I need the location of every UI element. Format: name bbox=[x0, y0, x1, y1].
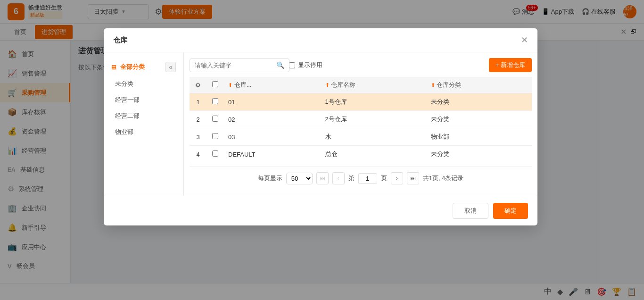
cat-item-ops2[interactable]: 经营二部 bbox=[104, 108, 183, 124]
row-category: 未分类 bbox=[426, 93, 532, 111]
row-index: 1 bbox=[190, 93, 206, 111]
row-code: 01 bbox=[223, 93, 321, 111]
categories-panel: ⊞ 全部分类 « 未分类 经营一部 经营二部 物业部 bbox=[104, 52, 184, 196]
row-checkbox[interactable] bbox=[212, 150, 218, 157]
sort-code-icon: ⬆ bbox=[228, 82, 232, 88]
search-wrapper: 🔍 bbox=[190, 58, 284, 72]
collapse-button[interactable]: « bbox=[165, 62, 176, 72]
row-checkbox[interactable] bbox=[212, 116, 218, 122]
row-code: 03 bbox=[223, 128, 321, 146]
search-input[interactable] bbox=[190, 58, 289, 72]
table-toolbar: 🔍 显示停用 + 新增仓库 bbox=[190, 58, 532, 72]
modal-close-button[interactable]: ✕ bbox=[521, 35, 528, 45]
table-row[interactable]: 2 02 2号仓库 未分类 bbox=[190, 111, 532, 128]
cat-item-uncategorized[interactable]: 未分类 bbox=[104, 76, 183, 92]
warehouse-modal: 仓库 ✕ ⊞ 全部分类 « 未分类 经营一部 经营二部 物业部 bbox=[104, 28, 537, 225]
modal-header: 仓库 ✕ bbox=[104, 28, 537, 52]
page-input[interactable]: 1 bbox=[358, 173, 377, 184]
pagination: 每页显示 10 20 50 100 ⏮ ‹ 第 1 页 › ⏭ 共1页, 4条记… bbox=[190, 166, 532, 190]
row-name: 总仓 bbox=[321, 146, 426, 163]
total-info: 共1页, 4条记录 bbox=[423, 174, 464, 183]
table-gear-icon[interactable]: ⚙ bbox=[195, 82, 201, 89]
row-category: 物业部 bbox=[426, 128, 532, 146]
warehouse-table: ⚙ ⬆ 仓库... ⬆ 仓库名称 bbox=[190, 77, 532, 163]
row-name: 1号仓库 bbox=[321, 93, 426, 111]
search-icon[interactable]: 🔍 bbox=[276, 61, 284, 69]
confirm-button[interactable]: 确定 bbox=[493, 203, 528, 219]
row-index: 4 bbox=[190, 146, 206, 163]
prev-page-button[interactable]: ‹ bbox=[332, 172, 345, 184]
row-checkbox[interactable] bbox=[212, 98, 218, 104]
row-code: DEFAULT bbox=[223, 146, 321, 163]
col-name: ⬆ 仓库名称 bbox=[321, 77, 426, 93]
table-panel: 🔍 显示停用 + 新增仓库 ⚙ bbox=[184, 52, 537, 196]
row-category: 未分类 bbox=[426, 146, 532, 163]
cancel-button[interactable]: 取消 bbox=[453, 203, 488, 219]
add-warehouse-button[interactable]: + 新增仓库 bbox=[489, 58, 532, 72]
first-page-button[interactable]: ⏮ bbox=[316, 172, 329, 184]
modal-body: ⊞ 全部分类 « 未分类 经营一部 经营二部 物业部 🔍 bbox=[104, 52, 537, 196]
select-all-checkbox[interactable] bbox=[212, 81, 218, 87]
row-category: 未分类 bbox=[426, 111, 532, 128]
row-index: 3 bbox=[190, 128, 206, 146]
show-disabled-checkbox[interactable]: 显示停用 bbox=[289, 61, 322, 69]
table-row[interactable]: 1 01 1号仓库 未分类 bbox=[190, 93, 532, 111]
next-page-button[interactable]: › bbox=[391, 172, 403, 184]
col-category: ⬆ 仓库分类 bbox=[426, 77, 532, 93]
show-disabled-check[interactable] bbox=[289, 62, 295, 68]
table-row[interactable]: 4 DEFAULT 总仓 未分类 bbox=[190, 146, 532, 163]
row-checkbox[interactable] bbox=[212, 133, 218, 139]
row-index: 2 bbox=[190, 111, 206, 128]
sort-name-icon: ⬆ bbox=[325, 82, 330, 88]
grid-icon: ⊞ bbox=[111, 64, 116, 71]
table-row[interactable]: 3 03 水 物业部 bbox=[190, 128, 532, 146]
modal-footer: 取消 确定 bbox=[104, 196, 537, 225]
all-categories-button[interactable]: ⊞ 全部分类 « bbox=[104, 58, 183, 76]
cat-item-property[interactable]: 物业部 bbox=[104, 124, 183, 140]
all-categories-label: 全部分类 bbox=[120, 63, 145, 71]
col-code: ⬆ 仓库... bbox=[223, 77, 321, 93]
row-code: 02 bbox=[223, 111, 321, 128]
page-label: 第 bbox=[348, 174, 355, 183]
row-name: 2号仓库 bbox=[321, 111, 426, 128]
col-gear: ⚙ bbox=[190, 77, 206, 93]
per-page-label: 每页显示 bbox=[258, 174, 282, 183]
modal-title: 仓库 bbox=[113, 36, 127, 45]
cat-item-ops1[interactable]: 经营一部 bbox=[104, 92, 183, 108]
sort-cat-icon: ⬆ bbox=[431, 82, 435, 88]
last-page-button[interactable]: ⏭ bbox=[407, 172, 419, 184]
row-name: 水 bbox=[321, 128, 426, 146]
page-unit: 页 bbox=[381, 174, 387, 183]
col-checkbox bbox=[206, 77, 223, 93]
per-page-select[interactable]: 10 20 50 100 bbox=[286, 173, 313, 184]
